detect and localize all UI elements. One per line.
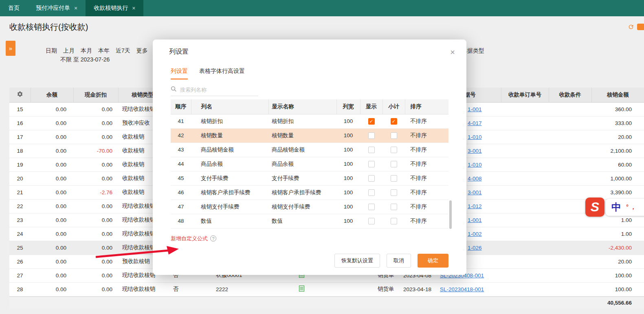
cell-column-width[interactable]: 100 xyxy=(336,157,360,171)
column-setting-row[interactable]: 41 核销折扣 核销折扣 100 不排序 xyxy=(171,114,448,128)
doc-no-link[interactable]: 4-008 xyxy=(468,176,482,182)
cell-sort[interactable]: 不排序 xyxy=(405,114,448,128)
doc-no-link[interactable]: 1-002 xyxy=(468,231,482,237)
cell-column-name: 核销客户承担手续费 xyxy=(191,185,268,200)
doc-no-link[interactable]: 1-012 xyxy=(468,203,482,209)
doc-no-link[interactable]: 4-017 xyxy=(468,120,482,126)
cell-sort[interactable]: 不排序 xyxy=(405,171,448,185)
cancel-button[interactable]: 取消 xyxy=(387,254,411,268)
cell-display-name[interactable]: 商品余额 xyxy=(268,157,336,171)
cell-sort[interactable]: 不排序 xyxy=(405,143,448,157)
date-option-more[interactable]: 更多 xyxy=(136,47,148,55)
ime-chinese-mode-icon[interactable]: 中 xyxy=(611,201,621,214)
column-setting-row[interactable]: 46 核销客户承担手续费 核销客户承担手续费 100 不排序 xyxy=(171,185,448,200)
column-setting-row[interactable]: 45 支付手续费 支付手续费 100 不排序 xyxy=(171,171,448,185)
export-icon[interactable] xyxy=(637,24,644,30)
cell-sort[interactable]: 不排序 xyxy=(405,214,448,228)
cell-display-name[interactable]: 核销折扣 xyxy=(268,114,336,128)
cell-column-width[interactable]: 100 xyxy=(336,185,360,200)
cell-display-name[interactable]: 商品核销金额 xyxy=(268,143,336,157)
date-range-text[interactable]: 不限 至 2023-07-26 xyxy=(60,56,169,64)
doc-no-link[interactable]: 1-010 xyxy=(468,134,482,140)
show-checkbox[interactable] xyxy=(368,189,375,196)
tab-home[interactable]: 首页 xyxy=(0,0,28,16)
header-writeoff-amount[interactable]: 核销金额 xyxy=(591,88,644,102)
cell-display-name[interactable]: 核销支付手续费 xyxy=(268,200,336,214)
close-icon[interactable]: × xyxy=(74,5,77,11)
restore-defaults-button[interactable]: 恢复默认设置 xyxy=(334,254,380,268)
show-checkbox[interactable] xyxy=(368,147,375,153)
cell-column-width[interactable]: 100 xyxy=(336,200,360,214)
doc-no-link[interactable]: 1-001 xyxy=(468,106,482,112)
cell-display-name[interactable]: 核销客户承担手续费 xyxy=(268,185,336,200)
add-custom-formula-link[interactable]: 新增自定义公式 xyxy=(171,235,208,242)
cell-column-name: 核销支付手续费 xyxy=(191,200,268,214)
refresh-icon[interactable] xyxy=(628,24,634,31)
subtotal-checkbox[interactable] xyxy=(391,218,397,224)
show-checkbox[interactable] xyxy=(368,175,375,182)
show-checkbox[interactable] xyxy=(368,161,375,167)
cell-balance: 0.00 xyxy=(31,185,73,199)
doc-no-link[interactable]: 1-010 xyxy=(468,162,482,168)
tab-receipt-writeoff[interactable]: 收款核销执行 × xyxy=(86,0,143,16)
cell-sort[interactable]: 不排序 xyxy=(405,128,448,143)
table-row[interactable]: 28 0.00 0.00 现结收款核销 否 2222 销货单 2023-04-1… xyxy=(9,282,644,296)
scrollbar-thumb[interactable] xyxy=(449,200,452,229)
show-checkbox[interactable] xyxy=(368,132,375,139)
doc-no-link[interactable]: 3-001 xyxy=(468,148,482,154)
column-settings-icon[interactable] xyxy=(9,88,31,102)
date-option-last-7-days[interactable]: 近7天 xyxy=(116,47,130,55)
column-setting-row[interactable]: 44 商品余额 商品余额 100 不排序 xyxy=(171,157,448,171)
subtotal-checkbox[interactable] xyxy=(391,147,397,153)
subtotal-checkbox[interactable] xyxy=(391,161,397,167)
tab-prepay-writeoff[interactable]: 预付冲应付单 × xyxy=(28,0,86,16)
header-balance[interactable]: 余额 xyxy=(31,88,73,102)
cell-column-width[interactable]: 100 xyxy=(336,128,360,143)
expand-sidebar-button[interactable]: » xyxy=(6,41,15,56)
cell-column-width[interactable]: 100 xyxy=(336,114,360,128)
cell-column-width[interactable]: 100 xyxy=(336,143,360,157)
column-setting-row[interactable]: 48 数值 数值 100 不排序 xyxy=(171,214,448,228)
ime-punctuation-icon[interactable]: °， xyxy=(626,203,638,211)
tab-font-row-height-settings[interactable]: 表格字体行高设置 xyxy=(199,68,245,79)
cell-sort[interactable]: 不排序 xyxy=(405,200,448,214)
column-setting-row[interactable]: 43 商品核销金额 商品核销金额 100 不排序 xyxy=(171,143,448,157)
confirm-button[interactable]: 确定 xyxy=(418,254,448,268)
header-receipt-order-no[interactable]: 收款单订单号 xyxy=(501,88,549,102)
subtotal-checkbox[interactable] xyxy=(391,189,397,196)
cell-sort[interactable]: 不排序 xyxy=(405,185,448,200)
search-input[interactable] xyxy=(180,87,249,93)
doc-no-link[interactable]: 1-026 xyxy=(468,245,482,251)
date-option-this-year[interactable]: 本年 xyxy=(98,47,110,55)
cell-display-name[interactable]: 数值 xyxy=(268,214,336,228)
date-option-last-month[interactable]: 上月 xyxy=(63,47,75,55)
help-icon[interactable]: ? xyxy=(210,235,216,242)
cell-display-name[interactable]: 支付手续费 xyxy=(268,171,336,185)
subtotal-checkbox[interactable] xyxy=(391,175,397,182)
show-checkbox[interactable] xyxy=(368,218,375,224)
close-icon[interactable]: × xyxy=(450,48,455,56)
header-receipt-terms[interactable]: 收款条件 xyxy=(549,88,591,102)
date-option-this-month[interactable]: 本月 xyxy=(81,47,92,55)
sogou-ime-toolbar[interactable]: S 中 °， xyxy=(585,198,644,217)
tab-label: 首页 xyxy=(8,4,20,12)
doc-no-link[interactable]: SL-20230418-001 xyxy=(440,286,484,292)
cell-sort[interactable]: 不排序 xyxy=(405,157,448,171)
cell-display-name[interactable]: 核销数量 xyxy=(268,128,336,143)
sogou-logo-icon[interactable]: S xyxy=(585,198,604,217)
subtotal-checkbox[interactable] xyxy=(391,118,397,125)
tab-column-settings[interactable]: 列设置 xyxy=(171,68,188,79)
show-checkbox[interactable] xyxy=(368,118,375,125)
cell-column-width[interactable]: 100 xyxy=(336,171,360,185)
column-setting-row[interactable]: 47 核销支付手续费 核销支付手续费 100 不排序 xyxy=(171,200,448,214)
header-cash-discount[interactable]: 现金折扣 xyxy=(73,88,118,102)
cell-column-width[interactable]: 100 xyxy=(336,214,360,228)
subtotal-checkbox[interactable] xyxy=(391,204,397,210)
show-checkbox[interactable] xyxy=(368,204,375,210)
subtotal-checkbox[interactable] xyxy=(391,132,397,139)
doc-no-link[interactable]: 3-001 xyxy=(468,189,482,195)
close-icon[interactable]: × xyxy=(132,5,135,11)
column-setting-row[interactable]: 42 核销数量 核销数量 100 不排序 xyxy=(171,128,448,143)
attachment-icon[interactable] xyxy=(299,285,304,293)
doc-no-link[interactable]: 1-001 xyxy=(468,217,482,223)
